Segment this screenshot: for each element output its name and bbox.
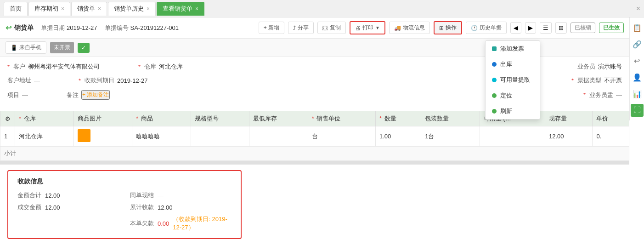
operation-dropdown: 添加发票 出库 可用量提取 定位 [485,40,540,120]
tab-bar: 首页 库存期初 × 销货单 × 销货单历史 × 查看销货单 × × [0,0,644,17]
sidebar-link-icon[interactable]: 🔗 [631,38,644,51]
locate-icon [492,93,497,98]
grid-view-button[interactable]: ⊞ [555,22,567,34]
remark-field: 备注 + 添加备注 [67,90,110,100]
col-current-stock: 现存量 [545,111,593,126]
refresh-item[interactable]: 刷新 [486,103,540,119]
doc-title-text: 销货单 [14,24,34,32]
add-invoice-icon [492,46,497,51]
print-icon: 🖨 [355,25,361,31]
ticket-type-field: * 票据类型 不开票 [571,76,622,85]
history-doc-button[interactable]: 🕐 历史单据 [466,22,507,34]
col-product: * 商品 [132,111,191,126]
copy-icon: ⿴ [322,25,328,31]
cumulative-label: 累计收款 [130,203,154,211]
complete-button[interactable]: ✓ [78,43,90,53]
doc-number-label: 单据编号 [105,24,129,32]
total-row: 金额合计 12.00 [17,191,119,199]
from-phone-label: 来自手机 [19,44,41,51]
tab-inventory-label: 库存期初 [34,5,58,13]
current-due-label: 本单欠款 [130,219,154,228]
current-due-row: 本单欠款 0.00 （收款到期日: 2019-12-27） [130,215,232,232]
logistics-icon: 🚚 [394,25,401,31]
sidebar-refresh-icon[interactable]: ↩ [631,54,644,67]
subtotal-label: 小计 [0,147,629,161]
doc-date-field: 单据日期 2019-12-27 [41,24,97,32]
prev-button[interactable]: ◀ [510,22,521,34]
tab-inventory[interactable]: 库存期初 × [28,2,70,16]
history-label: 历史单据 [480,24,502,32]
share-button[interactable]: ⤴ 分享 [288,22,314,34]
transaction-label: 成交金额 [17,203,41,211]
same-order-label: 同单现结 [130,191,154,199]
sidebar-doc-icon[interactable]: 📋 [631,21,644,34]
sidebar-user-icon[interactable]: 👤 [631,71,644,84]
ticket-type-value: 不开票 [604,76,622,85]
copy-button[interactable]: ⿴ 复制 [317,22,346,34]
subtotal-row: 小计 [0,147,629,161]
col-settings: ⚙ [0,111,15,126]
list-view-button[interactable]: ☰ [540,22,552,34]
tab-view-sales[interactable]: 查看销货单 × [157,2,204,16]
next-button[interactable]: ▶ [525,22,536,34]
from-phone-button[interactable]: 📱 来自手机 [6,41,46,54]
warehouse-value: 河北仓库 [159,63,183,71]
logistics-button[interactable]: 🚚 物流信息 [389,22,430,34]
col-unit: * 销售单位 [308,111,375,126]
not-open-label: 未开票 [54,44,70,51]
tab-inventory-close[interactable]: × [61,6,64,12]
address-value: — [34,77,40,84]
transaction-row: 成交金额 12.00 [17,203,119,211]
locate-item[interactable]: 定位 [486,88,540,103]
col-min-stock: 最低库存 [249,111,308,126]
share-label: 分享 [298,24,309,32]
warehouse-field: * 仓库 河北仓库 [138,63,183,71]
sidebar-chart-icon[interactable]: 📊 [631,87,644,100]
cancelled-badge: 已核销 [571,23,595,33]
col-price: 单价 [593,111,629,126]
add-invoice-item[interactable]: 添加发票 [486,41,540,57]
staff-value: 演示账号 [598,63,622,71]
ticket-type-label: 票据类型 [577,76,601,85]
table-scrollbar[interactable] [0,161,629,165]
row-price: 0. [593,126,629,147]
settings-icon[interactable]: ⚙ [5,115,11,122]
total-label: 金额合计 [17,191,41,199]
logistics-label: 物流信息 [403,24,425,32]
add-note-button[interactable]: + 添加备注 [81,90,110,100]
address-label: 客户地址 [7,76,31,85]
staff-label: 业务员 [577,63,595,71]
window-close-button[interactable]: × [636,5,640,13]
row-no: 1 [0,126,15,147]
due-note: （收款到期日: 2019-12-27） [173,215,232,232]
available-qty-item[interactable]: 可用量提取 [486,72,540,88]
tab-sales[interactable]: 销货单 × [71,2,107,16]
salesman-req: * [583,91,586,98]
new-button[interactable]: + 新增 [259,22,284,34]
operation-icon: ⊞ [439,25,444,31]
remark-label: 备注 [67,91,79,99]
payment-grid: 金额合计 12.00 同单现结 — 成交金额 12.00 累计收款 12.00 [17,191,232,232]
payment-box: 收款信息 金额合计 12.00 同单现结 — 成交金额 12.00 累计收款 1… [7,170,242,239]
salesman-label: 业务员盂 [589,91,613,99]
tab-history-close[interactable]: × [147,6,150,12]
operation-button[interactable]: ⊞ 操作 [434,21,462,34]
row-spec [191,126,249,147]
copy-label: 复制 [330,24,341,32]
salesman-value: — [616,91,622,98]
same-order-value: — [158,192,164,199]
row-unit: 台 [308,126,375,147]
tab-sales-close[interactable]: × [98,6,101,12]
sidebar-expand-icon[interactable]: ⛶ [631,104,644,117]
not-open-button[interactable]: 未开票 [50,42,74,53]
tab-history-label: 销货单历史 [114,5,144,13]
locate-label: 定位 [500,91,512,100]
tab-home[interactable]: 首页 [4,2,28,16]
outbound-item[interactable]: 出库 [486,57,540,72]
add-invoice-label: 添加发票 [500,45,524,53]
print-button[interactable]: 🖨 打印 ▼ [350,21,385,34]
row-current-stock: 12.00 [545,126,593,147]
tab-view-sales-close[interactable]: × [195,6,198,12]
col-image: 商品图片 [73,111,132,126]
tab-history[interactable]: 销货单历史 × [108,2,156,16]
